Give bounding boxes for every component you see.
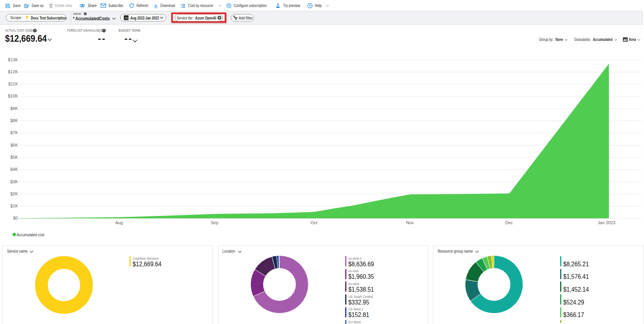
svg-text:$7K: $7K xyxy=(10,130,18,135)
svg-text:Aug: Aug xyxy=(115,220,123,225)
svg-text:$6K: $6K xyxy=(10,143,18,147)
svg-text:$11K: $11K xyxy=(8,81,18,86)
svg-text:Oct: Oct xyxy=(310,220,317,225)
svg-text:$1K: $1K xyxy=(10,204,18,208)
svg-text:Sep: Sep xyxy=(211,220,218,225)
svg-text:Accumulated cost: Accumulated cost xyxy=(17,232,44,237)
svg-text:Nov: Nov xyxy=(406,220,414,225)
svg-text:$13K: $13K xyxy=(8,57,18,62)
svg-text:Dec: Dec xyxy=(505,220,513,225)
svg-text:$9K: $9K xyxy=(10,106,18,111)
svg-text:Jan 2023: Jan 2023 xyxy=(598,220,615,225)
svg-text:$3K: $3K xyxy=(10,179,18,184)
svg-text:$12K: $12K xyxy=(8,69,18,74)
svg-text:$4K: $4K xyxy=(10,167,18,172)
svg-text:?: ? xyxy=(309,4,311,8)
svg-text:$2K: $2K xyxy=(10,191,18,196)
svg-text:$8K: $8K xyxy=(10,118,18,123)
svg-text:$5K: $5K xyxy=(10,155,18,159)
svg-text:$0: $0 xyxy=(13,216,18,220)
svg-text:$10K: $10K xyxy=(8,94,18,98)
